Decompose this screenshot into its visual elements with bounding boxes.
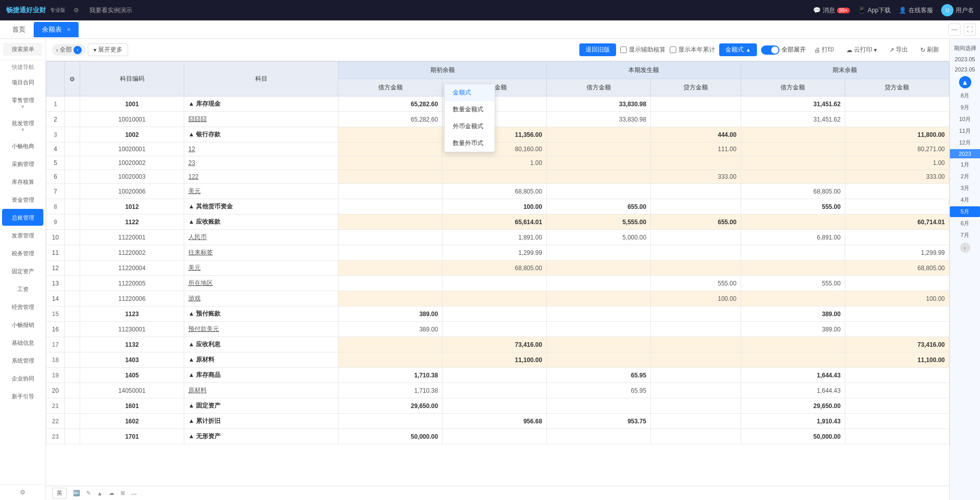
period-year-end[interactable]: 2023.05	[950, 65, 980, 74]
sidebar-item-system[interactable]: 系统管理	[2, 352, 43, 369]
sidebar-item-wholesale[interactable]: 批发管理 ▼	[2, 114, 43, 136]
status-icon-3[interactable]: ▲	[97, 490, 103, 496]
annual-checkbox-input[interactable]	[670, 46, 676, 53]
tab-minimize-btn[interactable]: —	[948, 23, 961, 36]
period-year-start[interactable]: 2023.05	[950, 55, 980, 64]
mode-btn[interactable]: 金额式 ▲	[719, 43, 757, 56]
tab-maximize-btn[interactable]: ⛶	[964, 23, 976, 36]
cell-account-name[interactable]: 美元	[184, 260, 338, 276]
settings-icon[interactable]: ⚙	[74, 7, 79, 14]
sidebar-item-invoice[interactable]: 发票管理	[2, 227, 43, 244]
status-icon-6[interactable]: —	[131, 490, 137, 496]
cell-current-credit	[651, 383, 741, 398]
auxiliary-checkbox-input[interactable]	[620, 46, 627, 53]
sidebar-quick-nav[interactable]: 快捷导航	[0, 60, 45, 73]
sidebar-item-guide[interactable]: 新手引导	[2, 388, 43, 404]
period-month-4[interactable]: 4月	[950, 195, 980, 205]
dropdown-item-qty-amount[interactable]: 数量金额式	[445, 101, 495, 118]
sidebar-item-inventory[interactable]: 库存核算	[2, 173, 43, 190]
period-month-1[interactable]: 1月	[950, 159, 980, 170]
period-collapse-btn[interactable]: ›	[960, 243, 970, 253]
period-month-12[interactable]: 12月	[950, 137, 980, 148]
dropdown-item-amount[interactable]: 金额式	[445, 84, 495, 101]
status-icon-2[interactable]: ✎	[86, 490, 91, 496]
breadcrumb-all-btn[interactable]: ‹ 全部 ›	[52, 44, 86, 56]
period-year-2023[interactable]: 2023	[950, 149, 980, 158]
sidebar-item-ecommerce[interactable]: 小畅电商	[2, 137, 43, 154]
print-btn[interactable]: 🖨 打印	[810, 43, 838, 56]
sidebar-item-sales-report-label: 小畅报销	[4, 321, 41, 329]
period-month-7[interactable]: 7月	[950, 230, 980, 241]
cell-account-name: ▲ 应收利息	[184, 337, 338, 352]
sidebar-item-retail[interactable]: 零售管理 ▼	[2, 91, 43, 113]
online-service-btn[interactable]: 👤 在线客服	[899, 6, 933, 15]
status-icon-1[interactable]: 🔤	[73, 490, 80, 496]
cell-account-name: ▲ 库存商品	[184, 368, 338, 383]
cell-closing-credit	[845, 230, 949, 245]
demo-link[interactable]: 我要看实例演示	[89, 6, 132, 15]
sidebar-item-sales-report[interactable]: 小畅报销	[2, 316, 43, 333]
period-month-8[interactable]: 8月	[950, 90, 980, 101]
period-panel: 期间选择 2023.05 2023.05 ▲ 8月 9月 10月 11月 12月…	[949, 39, 980, 500]
toggle-control[interactable]	[761, 45, 779, 55]
message-btn[interactable]: 💬 消息 99+	[813, 6, 850, 15]
period-month-2[interactable]: 2月	[950, 171, 980, 182]
table-row: 151123▲ 预付账款389.00389.00	[46, 306, 949, 322]
tab-home[interactable]: 首页	[4, 22, 34, 37]
cell-account-name[interactable]: 122	[184, 170, 338, 184]
period-month-5[interactable]: 5月	[950, 206, 980, 217]
search-menu-btn[interactable]: 搜索菜单	[3, 43, 42, 56]
th-settings[interactable]: ⚙	[65, 62, 80, 97]
sidebar-item-tax[interactable]: 税务管理	[2, 245, 43, 261]
cell-account-name[interactable]: 人民币	[184, 230, 338, 245]
cell-current-debit	[547, 276, 651, 291]
sidebar-item-general[interactable]: 总账管理	[2, 209, 43, 226]
cell-account-name[interactable]: 原材料	[184, 383, 338, 398]
refresh-btn[interactable]: ↻ 刷新	[916, 43, 943, 56]
expand-all-toggle[interactable]: 全部展开	[761, 45, 806, 55]
period-month-10[interactable]: 10月	[950, 114, 980, 125]
cell-account-name: ▲ 应收账款	[184, 215, 338, 230]
cell-account-name[interactable]: 23	[184, 156, 338, 170]
period-up-btn[interactable]: ▲	[959, 76, 971, 88]
cell-account-name[interactable]: 预付款美元	[184, 322, 338, 337]
status-lang-btn[interactable]: 英	[52, 488, 67, 498]
period-month-11[interactable]: 11月	[950, 126, 980, 136]
status-icon-5[interactable]: ⊞	[120, 490, 125, 496]
sidebar-settings-btn[interactable]: ⚙	[0, 484, 45, 500]
cell-settings	[65, 97, 80, 112]
dropdown-item-qty-foreign[interactable]: 数量外币式	[445, 135, 495, 152]
status-icon-4[interactable]: ☁	[109, 490, 114, 496]
cell-account-name[interactable]: 12	[184, 142, 338, 156]
expand-more-btn[interactable]: ▾ 展开更多	[88, 43, 128, 56]
cell-account-name[interactable]: 往来标签	[184, 245, 338, 260]
tab-balance[interactable]: 余额表 ×	[34, 22, 79, 37]
period-month-9[interactable]: 9月	[950, 102, 980, 113]
cloud-print-btn[interactable]: ☁ 云打印 ▾	[842, 43, 881, 56]
sidebar-item-finance[interactable]: 资金管理	[2, 191, 43, 208]
sidebar-item-operations[interactable]: 经营管理	[2, 298, 43, 315]
back-to-old-btn[interactable]: 退回旧版	[579, 43, 616, 56]
period-month-3[interactable]: 3月	[950, 183, 980, 194]
user-avatar[interactable]: U 用户名	[941, 4, 974, 16]
sidebar-item-cooperation[interactable]: 企业协同	[2, 370, 43, 387]
show-auxiliary-checkbox[interactable]: 显示辅助核算	[620, 45, 666, 54]
cell-account-name[interactable]: 囧囧囧	[184, 112, 338, 127]
sidebar-item-project[interactable]: 项目合同	[2, 74, 43, 90]
sidebar-item-basic-info[interactable]: 基础信息	[2, 334, 43, 351]
sidebar-item-payroll[interactable]: 工资	[2, 280, 43, 297]
period-month-6[interactable]: 6月	[950, 218, 980, 229]
cell-settings	[65, 199, 80, 215]
show-annual-checkbox[interactable]: 显示本年累计	[670, 45, 715, 54]
cell-account-name[interactable]: 游戏	[184, 291, 338, 306]
cell-account-name[interactable]: 美元	[184, 184, 338, 199]
sidebar-item-fixed-asset[interactable]: 固定资产	[2, 263, 43, 279]
tab-close-btn[interactable]: ×	[67, 26, 71, 33]
cell-current-debit	[547, 156, 651, 170]
app-download-btn[interactable]: 📱 App下载	[858, 6, 891, 15]
export-btn[interactable]: ↗ 导出	[885, 43, 912, 56]
sidebar-item-purchase[interactable]: 采购管理	[2, 155, 43, 172]
cell-current-debit	[547, 260, 651, 276]
cell-account-name[interactable]: 所在地区	[184, 276, 338, 291]
dropdown-item-foreign-amount[interactable]: 外币金额式	[445, 118, 495, 135]
